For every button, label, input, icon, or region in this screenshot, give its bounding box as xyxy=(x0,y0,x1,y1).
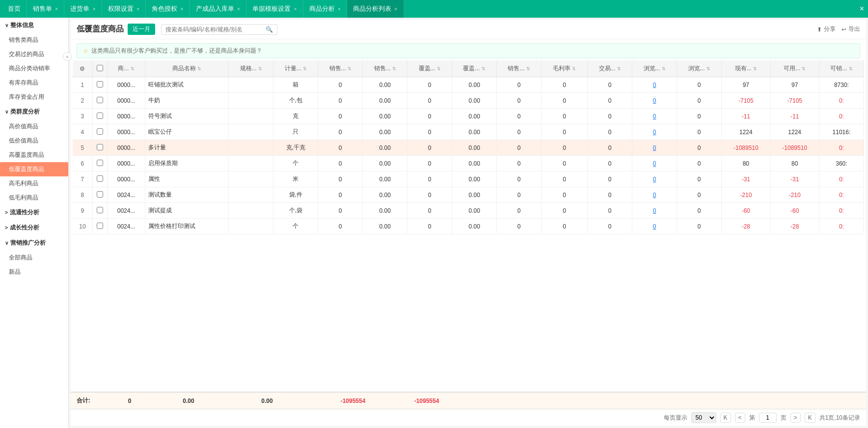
sidebar-item-low-margin[interactable]: 低毛利商品 xyxy=(0,191,68,205)
cell-browse1[interactable]: 0 xyxy=(632,124,677,140)
cell-current: -31 xyxy=(722,171,770,187)
cell-spec xyxy=(229,124,273,140)
sidebar-item-new-goods[interactable]: 新品 xyxy=(0,265,68,279)
nav-tab-product-entry[interactable]: 产成品入库单 × xyxy=(190,0,246,18)
cell-browse1[interactable]: 0 xyxy=(632,203,677,219)
th-browse1[interactable]: 浏览... ⇅ xyxy=(632,60,677,77)
cell-sales-qty: 0 xyxy=(318,171,363,187)
cell-checkbox[interactable] xyxy=(92,140,107,156)
cell-checkbox[interactable] xyxy=(92,124,107,140)
page-label: 第 xyxy=(749,414,755,422)
sidebar-section-marketing[interactable]: ∨ 营销推广分析 xyxy=(0,235,68,251)
close-icon[interactable]: × xyxy=(294,6,297,12)
nav-tab-permissions[interactable]: 权限设置 × xyxy=(102,0,146,18)
sidebar-item-stocked-goods[interactable]: 有库存商品 xyxy=(0,76,68,90)
sidebar-item-low-value[interactable]: 低价值商品 xyxy=(0,134,68,148)
last-page-button[interactable]: K xyxy=(805,413,815,423)
th-available[interactable]: 可用... ⇅ xyxy=(770,60,819,77)
sidebar-item-low-coverage[interactable]: 低覆盖度商品 xyxy=(0,162,68,176)
sidebar-item-all-goods[interactable]: 全部商品 xyxy=(0,251,68,265)
nav-tab-home[interactable]: 首页 xyxy=(2,0,27,18)
close-icon[interactable]: × xyxy=(136,6,139,12)
th-unit[interactable]: 计量... ⇅ xyxy=(273,60,318,77)
cell-checkbox[interactable] xyxy=(92,187,107,203)
close-icon[interactable]: × xyxy=(338,6,341,12)
th-code[interactable]: 商... ⇅ xyxy=(107,60,145,77)
sidebar-item-high-coverage[interactable]: 高覆盖度商品 xyxy=(0,148,68,162)
nav-tab-analysis[interactable]: 商品分析 × xyxy=(303,0,347,18)
th-cover2[interactable]: 覆盖... ⇅ xyxy=(452,60,497,77)
page-number-input[interactable] xyxy=(759,413,777,423)
th-name[interactable]: 商品名称 ⇅ xyxy=(145,60,229,77)
cell-checkbox[interactable] xyxy=(92,93,107,109)
share-button[interactable]: ⬆ 分享 xyxy=(817,25,836,33)
nav-tab-sales[interactable]: 销售单 × xyxy=(27,0,64,18)
nav-tab-roles[interactable]: 角色授权 × xyxy=(146,0,190,18)
period-button[interactable]: 近一月 xyxy=(128,24,155,35)
sidebar-section-liquidity[interactable]: > 流通性分析 xyxy=(0,205,68,220)
cell-browse1[interactable]: 0 xyxy=(632,187,677,203)
th-margin[interactable]: 毛利率 ⇅ xyxy=(542,60,588,77)
next-page-button[interactable]: > xyxy=(790,413,801,423)
sidebar-section-overall[interactable]: ∨ 整体信息 xyxy=(0,18,68,33)
first-page-button[interactable]: K xyxy=(720,413,731,423)
th-checkbox[interactable] xyxy=(92,60,107,77)
cell-cover1: 0 xyxy=(407,219,452,234)
search-input[interactable] xyxy=(165,26,264,33)
sidebar-collapse-button[interactable]: « xyxy=(63,52,72,61)
sidebar-item-high-value[interactable]: 高价值商品 xyxy=(0,119,68,134)
th-trade[interactable]: 交易... ⇅ xyxy=(588,60,632,77)
cell-num: 3 xyxy=(73,109,92,124)
cell-checkbox[interactable] xyxy=(92,171,107,187)
th-cover1[interactable]: 覆盖... ⇅ xyxy=(407,60,452,77)
sidebar-item-high-margin[interactable]: 高毛利商品 xyxy=(0,176,68,191)
th-sales-qty[interactable]: 销售... ⇅ xyxy=(318,60,363,77)
close-icon[interactable]: × xyxy=(394,6,397,12)
th-sales3[interactable]: 销售... ⇅ xyxy=(497,60,542,77)
cell-browse1[interactable]: 0 xyxy=(632,171,677,187)
cell-browse1[interactable]: 0 xyxy=(632,93,677,109)
sidebar-item-category-rate[interactable]: 商品分类动销率 xyxy=(0,61,68,76)
nav-tab-templates[interactable]: 单据模板设置 × xyxy=(246,0,303,18)
close-icon[interactable]: × xyxy=(92,6,95,12)
cell-num: 8 xyxy=(73,187,92,203)
cell-checkbox[interactable] xyxy=(92,219,107,234)
cell-checkbox[interactable] xyxy=(92,156,107,171)
cell-cover2: 0.00 xyxy=(452,171,497,187)
prev-page-button[interactable]: < xyxy=(735,413,745,423)
nav-tab-analysis-list[interactable]: 商品分析列表 × xyxy=(347,0,404,18)
sidebar-section-group[interactable]: ∨ 类群度分析 xyxy=(0,104,68,119)
sidebar-item-traded-goods[interactable]: 交易过的商品 xyxy=(0,47,68,61)
th-current[interactable]: 现有... ⇅ xyxy=(722,60,770,77)
th-browse2[interactable]: 浏览... ⇅ xyxy=(677,60,722,77)
page-size-select[interactable]: 50 100 200 xyxy=(691,412,716,423)
cell-margin: 0 xyxy=(542,140,588,156)
cell-browse1[interactable]: 0 xyxy=(632,77,677,93)
sidebar-item-inventory-capital[interactable]: 库存资金占用 xyxy=(0,90,68,104)
close-icon[interactable]: × xyxy=(55,6,58,12)
export-button[interactable]: ↩ 导出 xyxy=(841,25,860,33)
cell-spec xyxy=(229,156,273,171)
nav-tab-purchase[interactable]: 进货单 × xyxy=(64,0,102,18)
th-spec[interactable]: 规格... ⇅ xyxy=(229,60,273,77)
close-all-button[interactable]: × xyxy=(860,4,864,13)
cell-num: 9 xyxy=(73,203,92,219)
search-icon[interactable]: 🔍 xyxy=(266,26,273,33)
select-all-checkbox[interactable] xyxy=(97,65,103,71)
close-icon[interactable]: × xyxy=(180,6,183,12)
cell-browse2: 0 xyxy=(677,203,722,219)
cell-checkbox[interactable] xyxy=(92,77,107,93)
th-sales-amt[interactable]: 销售... ⇅ xyxy=(363,60,407,77)
cell-browse1[interactable]: 0 xyxy=(632,109,677,124)
cell-checkbox[interactable] xyxy=(92,203,107,219)
th-settings[interactable]: ⚙ xyxy=(73,60,92,77)
sidebar-item-sales-goods[interactable]: 销售类商品 xyxy=(0,33,68,47)
settings-icon[interactable]: ⚙ xyxy=(80,65,85,72)
cell-browse1[interactable]: 0 xyxy=(632,219,677,234)
sidebar-section-growth[interactable]: > 成长性分析 xyxy=(0,220,68,235)
cell-browse1[interactable]: 0 xyxy=(632,140,677,156)
th-saleable[interactable]: 可销... ⇅ xyxy=(819,60,864,77)
close-icon[interactable]: × xyxy=(237,6,240,12)
cell-browse1[interactable]: 0 xyxy=(632,156,677,171)
cell-checkbox[interactable] xyxy=(92,109,107,124)
